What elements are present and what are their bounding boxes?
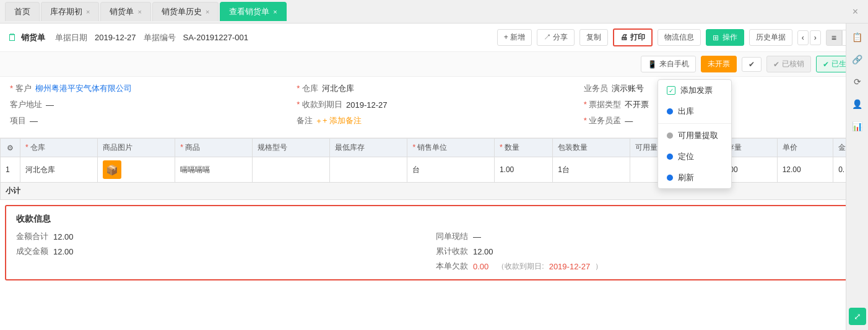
subtotal-row: 小计 (1, 183, 868, 200)
tab-bar: 首页 库存期初 × 销货单 × 销货单历史 × 查看销货单 × × (0, 0, 868, 24)
tab-sales-order-close[interactable]: × (137, 8, 141, 15)
list-view-button[interactable]: ≡ (826, 30, 842, 46)
same-order-settle-label: 同单现结 (436, 231, 468, 242)
prev-button[interactable]: ‹ (797, 30, 809, 45)
customer-label: 客户 (10, 83, 32, 94)
cell-quantity: 1.00 (494, 157, 552, 183)
same-order-settle-row: 同单现结 — (436, 231, 852, 242)
tab-check-sales[interactable]: 查看销货单 × (220, 2, 286, 21)
tab-sales-order[interactable]: 销货单 × (100, 2, 150, 21)
col-product: 商品 (175, 139, 253, 157)
from-phone-button[interactable]: 📱 来自手机 (641, 56, 696, 72)
col-settings[interactable]: ⚙ (1, 139, 20, 157)
tab-check-sales-close[interactable]: × (273, 8, 277, 15)
logistics-button[interactable]: 物流信息 (658, 29, 701, 46)
tab-sales-history-close[interactable]: × (206, 8, 209, 15)
nav-arrows: ‹ › (797, 30, 821, 45)
doc-title: 销货单 (21, 32, 45, 43)
add-note-button[interactable]: + + 添加备注 (316, 115, 362, 126)
product-table: ⚙ 仓库 商品图片 商品 规格型号 最低库存 销售单位 数量 包装数量 可用量 … (0, 138, 868, 200)
tab-inventory-init-label: 库存期初 (50, 6, 82, 17)
cell-product: 嗝嗝嗝嗝 (175, 157, 253, 183)
transaction-amount-row: 成交金额 12.00 (16, 246, 432, 257)
print-button[interactable]: 🖨 打印 (613, 28, 652, 46)
warehouse-field: 仓库 河北仓库 (297, 83, 571, 94)
toolbar: + 新增 ↗ 分享 复制 🖨 打印 物流信息 ⊞ 操作 历史单据 ‹ (497, 28, 861, 46)
sidebar-expand-icon[interactable]: ⤢ (849, 308, 866, 325)
outbound-label: 出库 (678, 106, 694, 117)
payment-date-value: 2019-12-27 (346, 100, 388, 110)
col-warehouse: 仓库 (20, 139, 98, 157)
form-section: 客户 柳州粤港平安气体有限公司 仓库 河北仓库 业务员 演示账号 客户地址 — … (0, 77, 868, 138)
cumulative-payment-value: 12.00 (473, 247, 493, 256)
sidebar-chart-icon[interactable]: 📊 (849, 118, 866, 135)
check-icon2: ✔ (823, 60, 829, 69)
staff-label: 业务员 (584, 83, 608, 94)
sidebar-user-icon[interactable]: 👤 (849, 95, 866, 113)
current-due-value: 0.00 (473, 262, 488, 271)
tab-home[interactable]: 首页 (5, 2, 40, 21)
window-close-button[interactable]: × (848, 4, 863, 20)
total-amount-label: 金额合计 (16, 231, 48, 242)
staff-value: 演示账号 (612, 83, 644, 94)
quantity-fetch-label: 可用量提取 (678, 130, 718, 141)
date-label: 单据日期 (55, 32, 87, 43)
note-label: 备注 (297, 115, 313, 126)
tab-sales-history-label: 销货单历史 (162, 6, 202, 17)
col-pack-qty: 包装数量 (553, 139, 630, 157)
cancelled-badge: ✔ 已核销 (766, 56, 811, 72)
payment-info-right: 同单现结 — 累计收款 12.00 本单欠款 0.00 （收款到期日: 2019… (436, 231, 852, 272)
subtotal-label: 小计 (1, 183, 868, 200)
col-unit-price: 单价 (777, 139, 833, 157)
tab-inventory-init[interactable]: 库存期初 × (41, 2, 99, 21)
dropdown-quantity-fetch[interactable]: 可用量提取 (658, 125, 731, 146)
tab-sales-history[interactable]: 销货单历史 × (152, 2, 219, 21)
number-value: SA-20191227-001 (183, 33, 249, 42)
check-icon: ✔ (773, 60, 779, 69)
warehouse-value: 河北仓库 (322, 83, 354, 94)
sidebar-refresh-icon[interactable]: ⟳ (849, 73, 866, 90)
col-sales-unit: 销售单位 (407, 139, 495, 157)
warehouse-label: 仓库 (297, 83, 318, 94)
add-button[interactable]: + 新增 (497, 29, 532, 46)
right-sidebar: 📋 🔗 ⟳ 👤 📊 ⤢ (846, 24, 868, 330)
dropdown-add-invoice[interactable]: 添加发票 (658, 80, 731, 101)
dropdown-refresh[interactable]: 刷新 (658, 167, 731, 188)
payment-date-field: 收款到期日 2019-12-27 (297, 99, 571, 110)
phone-icon: 📱 (648, 60, 657, 69)
operations-button[interactable]: ⊞ 操作 (706, 29, 744, 46)
locate-label: 定位 (678, 151, 694, 162)
customer-value[interactable]: 柳州粤港平安气体有限公司 (35, 83, 132, 94)
project-field: 项目 — (10, 115, 284, 126)
dropdown-divider (658, 123, 731, 124)
operations-dropdown: 添加发票 出库 可用量提取 定位 刷新 (658, 79, 732, 189)
quantity-fetch-dot (667, 132, 673, 139)
sidebar-link-icon[interactable]: 🔗 (849, 51, 866, 68)
tab-inventory-init-close[interactable]: × (86, 8, 90, 15)
col-product-image: 商品图片 (98, 139, 175, 157)
cell-product-image: 📦 (98, 157, 175, 183)
outbound-dot (667, 108, 673, 115)
staff2-value: — (625, 116, 633, 126)
locate-dot (667, 154, 673, 160)
cell-warehouse: 河北仓库 (20, 157, 98, 183)
operations-icon: ⊞ (713, 33, 719, 42)
copy-button[interactable]: 复制 (579, 29, 608, 46)
payment-info-grid: 金额合计 12.00 成交金额 12.00 同单现结 — 累计收款 12.00 (16, 231, 852, 272)
sidebar-doc-icon[interactable]: 📋 (849, 28, 866, 46)
product-image: 📦 (103, 160, 121, 179)
same-order-settle-value: — (473, 232, 481, 241)
total-amount-value: 12.00 (53, 232, 74, 241)
due-note-end: ） (595, 261, 602, 272)
dropdown-outbound[interactable]: 出库 (658, 101, 731, 122)
next-button[interactable]: › (810, 30, 821, 45)
col-quantity: 数量 (494, 139, 552, 157)
customer-field: 客户 柳州粤港平安气体有限公司 (10, 83, 284, 94)
cell-sales-unit: 台 (407, 157, 495, 183)
dropdown-locate[interactable]: 定位 (658, 146, 731, 167)
history-button[interactable]: 历史单据 (749, 29, 792, 46)
not-open-button[interactable]: 未开票 (701, 56, 737, 72)
confirm-button[interactable]: ✔ (742, 57, 762, 72)
share-button[interactable]: ↗ 分享 (537, 29, 575, 46)
table-row: 1 河北仓库 📦 嗝嗝嗝嗝 台 1.00 1台 12.00 12.00 0. (1, 157, 868, 183)
